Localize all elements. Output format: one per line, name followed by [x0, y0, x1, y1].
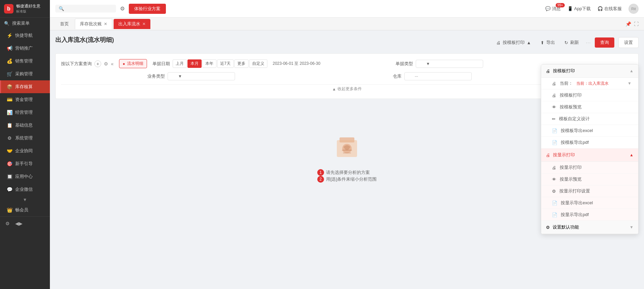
- cooperation-icon: 🤝: [6, 148, 12, 154]
- inventory-label: 库存核算: [15, 84, 33, 90]
- sidebar-item-enterprise-wechat[interactable]: 💬 企业微信: [0, 183, 50, 196]
- display-export-excel-item[interactable]: 📄 按显示导出excel: [541, 197, 638, 209]
- export-button[interactable]: ⬆ 导出: [538, 38, 558, 47]
- template-print-section-header[interactable]: 🖨 按模板打印 ▲: [541, 64, 638, 78]
- date-last-month[interactable]: 上月: [173, 59, 187, 68]
- sidebar-item-operations[interactable]: 📊 经营管理: [0, 106, 50, 119]
- empty-tips: 1 请先选择要分析的方案 2 用[选]条件来缩小分析范围: [317, 169, 377, 183]
- refresh-button[interactable]: ↻ 刷新: [562, 38, 582, 47]
- template-preview-item[interactable]: 👁 按模板预览: [541, 101, 638, 113]
- date-more[interactable]: 更多: [234, 59, 248, 68]
- template-section-chevron: ▲: [630, 69, 634, 73]
- empty-illustration: [330, 130, 364, 164]
- tab-flow-label: 出入库流水: [118, 21, 140, 27]
- system-label: 系统管理: [15, 135, 33, 141]
- tip1-text: 请先选择要分析的方案: [326, 169, 370, 176]
- operations-label: 经营管理: [15, 109, 33, 115]
- sidebar-item-quick-nav[interactable]: ⚡ 快捷导航: [0, 29, 50, 42]
- bill-type-chevron-down: ▼: [426, 61, 430, 66]
- template-export-pdf-label: 按模板导出pdf: [561, 139, 589, 146]
- date-custom[interactable]: 自定义: [249, 59, 267, 68]
- sidebar-item-search-menu[interactable]: 🔍 搜索菜单: [0, 18, 50, 29]
- purchase-label: 采购管理: [15, 71, 33, 77]
- current-template-text: 当前：: [560, 80, 573, 86]
- message-button[interactable]: 💬 消息 99+: [545, 6, 561, 12]
- topbar-search-icon: 🔍: [59, 6, 64, 11]
- print-template-button[interactable]: 🖨 按模板打印 ▲: [494, 38, 534, 47]
- filter-collapse-icon[interactable]: «: [111, 61, 114, 67]
- date-last7days[interactable]: 近7天: [217, 59, 234, 68]
- default-settings-icon: ⚙: [546, 225, 550, 230]
- sidebar-item-system[interactable]: ⚙ 系统管理: [0, 132, 50, 144]
- display-export-excel-icon: 📄: [552, 201, 557, 206]
- settings-button[interactable]: 设置: [618, 37, 639, 48]
- message-badge: 99+: [556, 3, 565, 7]
- template-print-item[interactable]: 🖨 按模板打印: [541, 89, 638, 101]
- display-print-item[interactable]: 🖨 按显示打印: [541, 162, 638, 174]
- tab-home[interactable]: 首页: [55, 19, 74, 29]
- sidebar-item-finance[interactable]: 💳 资金管理: [0, 93, 50, 106]
- sidebar-scroll-down[interactable]: ▼: [0, 196, 50, 204]
- online-service-button[interactable]: 🎧 在线客服: [597, 6, 622, 12]
- tab-expand-icon[interactable]: ⛶: [634, 21, 639, 27]
- template-export-pdf-item[interactable]: 📄 按模板导出pdf: [541, 137, 638, 149]
- sidebar-item-marketing[interactable]: 📢 营销推广: [0, 42, 50, 55]
- sidebar-item-membership[interactable]: 👑 畅会员: [0, 204, 50, 216]
- tab-batch[interactable]: 库存批次账 ✕: [75, 19, 112, 29]
- warehouse-select[interactable]: ···: [404, 72, 472, 80]
- service-label: 在线客服: [604, 6, 622, 12]
- topbar-search-input[interactable]: [66, 6, 107, 11]
- export-icon: ⬆: [540, 40, 544, 45]
- topbar-right: 💬 消息 99+ 📱 App下载 🎧 在线客服 Rit: [545, 4, 639, 14]
- settings-bottom-icon[interactable]: ⚙: [5, 221, 10, 226]
- sales-icon: 💰: [6, 58, 12, 64]
- topbar-gear-icon[interactable]: ⚙: [120, 5, 125, 12]
- sidebar-item-cooperation[interactable]: 🤝 企业协同: [0, 144, 50, 157]
- svg-rect-4: [343, 152, 351, 154]
- display-export-pdf-item[interactable]: 📄 按显示导出pdf: [541, 209, 638, 221]
- display-print-settings-item[interactable]: ⚙ 按显示打印设置: [541, 185, 638, 197]
- filter-tag-liushui: ● 流水明细: [119, 59, 147, 68]
- topbar-search-box[interactable]: 🔍: [55, 5, 116, 12]
- user-avatar[interactable]: Rit: [628, 4, 639, 14]
- query-button[interactable]: 查询: [595, 37, 614, 48]
- collapse-sidebar-icon[interactable]: ◀▶: [15, 221, 23, 226]
- operations-icon: 📊: [6, 110, 12, 115]
- app-download-button[interactable]: 📱 App下载: [567, 6, 591, 12]
- sidebar-item-inventory[interactable]: 📦 库存核算: [0, 80, 50, 93]
- date-this-month[interactable]: 本月: [187, 59, 202, 68]
- app-download-icon: 📱: [567, 6, 573, 11]
- sidebar-item-basic-info[interactable]: 📋 基础信息: [0, 119, 50, 132]
- display-print-section-header[interactable]: 🖨 按显示打印 ▲: [541, 149, 638, 162]
- sidebar-item-newbie[interactable]: 🎯 新手引导: [0, 157, 50, 170]
- default-settings-header[interactable]: ⚙ 设置默认功能 ▼: [541, 221, 638, 234]
- sidebar-item-sales[interactable]: 💰 销售管理: [0, 55, 50, 68]
- tab-batch-close[interactable]: ✕: [104, 22, 107, 26]
- sidebar-item-app-center[interactable]: 🔲 应用中心: [0, 170, 50, 183]
- current-template-item[interactable]: 🖨 当前： 当前：出入库流水 ▼: [541, 78, 638, 89]
- template-export-excel-item[interactable]: 📄 按模板导出excel: [541, 125, 638, 137]
- search-icon: 🔍: [4, 21, 9, 26]
- add-filter-button[interactable]: +: [94, 60, 101, 67]
- print-template-label: 按模板打印: [503, 40, 525, 46]
- sales-label: 销售管理: [15, 58, 33, 64]
- export-label: 导出: [546, 40, 555, 46]
- date-this-year[interactable]: 本年: [202, 59, 216, 68]
- bill-type-select[interactable]: ▼: [416, 60, 483, 68]
- tab-flow-close[interactable]: ✕: [142, 22, 146, 26]
- display-export-pdf-icon: 📄: [552, 212, 557, 217]
- trial-industry-button[interactable]: 体验行业方案: [129, 4, 166, 14]
- quick-nav-label: 快捷导航: [15, 32, 33, 38]
- basic-info-icon: 📋: [6, 123, 12, 128]
- template-custom-item[interactable]: ✏ 模板自定义设计: [541, 113, 638, 125]
- enterprise-wechat-icon: 💬: [6, 187, 12, 192]
- tab-flow[interactable]: 出入库流水 ✕: [114, 19, 150, 29]
- search-menu-label: 搜索菜单: [12, 20, 30, 26]
- sidebar-item-purchase[interactable]: 🛒 采购管理: [0, 68, 50, 80]
- filter-gear-icon[interactable]: ⚙: [104, 61, 108, 67]
- app-edition: 标准版: [16, 9, 40, 14]
- business-type-select[interactable]: ▼: [168, 72, 235, 80]
- app-download-label: App下载: [574, 6, 591, 12]
- tab-pin-icon[interactable]: 📌: [625, 21, 631, 27]
- display-preview-item[interactable]: 👁 按显示预览: [541, 174, 638, 185]
